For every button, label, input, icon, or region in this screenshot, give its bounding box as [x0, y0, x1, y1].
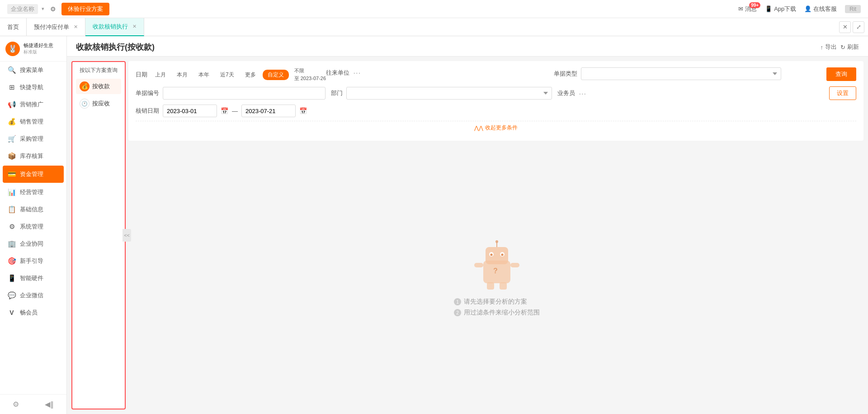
query-button[interactable]: 查询 — [826, 67, 856, 81]
inventory-icon: 📦 — [7, 152, 16, 160]
date-btn-7days[interactable]: 近7天 — [216, 70, 238, 80]
sidebar-item-search[interactable]: 🔍 搜索菜单 — [0, 62, 66, 79]
export-label: 导出 — [825, 43, 837, 51]
sidebar-item-guide[interactable]: 🎯 新手引导 — [0, 252, 66, 270]
sidebar-item-purchase[interactable]: 🛒 采购管理 — [0, 130, 66, 148]
filter-option-by-collection[interactable]: 💰 按收款 — [76, 79, 121, 94]
svg-point-5 — [501, 254, 504, 256]
refresh-button[interactable]: ↻ 刷新 — [840, 43, 859, 51]
page-header: 收款核销执行(按收款) ↑ 导出 ↻ 刷新 — [67, 36, 868, 57]
sidebar-label-hardware: 智能硬件 — [20, 274, 43, 282]
date-no-limit: 不限 — [294, 67, 326, 74]
date-filter: 上月 本月 本年 近7天 更多 自定义 — [151, 70, 289, 80]
voucher-type-select[interactable] — [581, 67, 782, 80]
settings-footer-btn[interactable]: ⚙ — [9, 398, 23, 410]
filter-main: 日期 上月 本月 本年 近7天 更多 自定义 不限 至 — [126, 57, 868, 414]
sidebar-label-member: 畅会员 — [20, 309, 38, 317]
top-bar: 企业名称 ▾ ⚙ 休验行业方案 ✉ 消息 99+ 📱 App下载 👤 在线客服 … — [0, 0, 868, 18]
tab-prepay[interactable]: 预付冲应付单 ✕ — [27, 18, 85, 36]
logo-text-block: 畅捷通好生意 标准版 — [24, 42, 53, 55]
filter-sidebar-collapse-btn[interactable]: << — [123, 229, 131, 242]
tab-close-btn[interactable]: ✕ — [839, 21, 851, 33]
sidebar-item-wechat[interactable]: 💬 企业微信 — [0, 287, 66, 304]
empty-illustration: ? — [470, 238, 524, 292]
filter-panel: 日期 上月 本月 本年 近7天 更多 自定义 不限 至 — [128, 61, 863, 141]
tab-collection[interactable]: 收款核销执行 ✕ — [85, 18, 144, 36]
date-btn-custom[interactable]: 自定义 — [263, 70, 289, 80]
dropdown-icon[interactable]: ▾ — [42, 6, 44, 12]
message-icon: ✉ — [738, 5, 743, 12]
sidebar-item-member[interactable]: V 畅会员 — [0, 304, 66, 321]
counterparty-field: 往来单位 ··· — [326, 67, 554, 78]
verify-date-start-calendar-icon[interactable]: 📅 — [221, 107, 228, 114]
gear-icon[interactable]: ⚙ — [48, 4, 58, 14]
refresh-label: 刷新 — [847, 43, 859, 51]
voucher-no-field: 单据编号 — [136, 87, 326, 100]
counterparty-dots[interactable]: ··· — [353, 67, 554, 78]
sidebar-item-enterprise[interactable]: 🏢 企业协同 — [0, 235, 66, 252]
sidebar-item-finance[interactable]: 💳 资金管理 — [3, 166, 64, 183]
step-1-num: 1 — [454, 298, 461, 305]
svg-rect-10 — [487, 282, 494, 290]
sidebar-item-system[interactable]: ⚙ 系统管理 — [0, 218, 66, 235]
content-area: 收款核销执行(按收款) ↑ 导出 ↻ 刷新 按以下方案查询 💰 — [67, 36, 868, 414]
tab-expand-btn[interactable]: ⤢ — [853, 21, 864, 33]
dept-select[interactable] — [346, 87, 552, 100]
verify-date-start-input[interactable] — [163, 105, 217, 117]
tab-home[interactable]: 首页 — [0, 18, 27, 36]
date-btn-more[interactable]: 更多 — [241, 70, 260, 80]
date-btn-this-month[interactable]: 本月 — [173, 70, 192, 80]
empty-text-item-2: 2 用过滤条件来缩小分析范围 — [454, 309, 540, 317]
tab-bar: 首页 预付冲应付单 ✕ 收款核销执行 ✕ ✕ ⤢ — [0, 18, 868, 36]
content-body: 按以下方案查询 💰 按收款 🕐 按应收 << — [67, 57, 868, 414]
svg-text:?: ? — [493, 267, 498, 275]
svg-point-7 — [495, 240, 498, 243]
finance-icon: 💳 — [7, 170, 16, 178]
sidebar-item-marketing[interactable]: 📢 营销推广 — [0, 96, 66, 113]
by-receivable-icon: 🕐 — [80, 99, 90, 109]
sidebar-item-sales[interactable]: 💰 销售管理 — [0, 113, 66, 130]
user-avatar[interactable]: Rit — [845, 5, 861, 13]
sidebar-item-basic[interactable]: 📋 基础信息 — [0, 201, 66, 218]
dept-field: 部门 — [331, 87, 552, 100]
sidebar-label-basic: 基础信息 — [20, 205, 43, 214]
sidebar-item-hardware[interactable]: 📱 智能硬件 — [0, 270, 66, 287]
verify-date-label: 核销日期 — [136, 107, 159, 115]
date-btn-last-month[interactable]: 上月 — [151, 70, 170, 80]
collapse-more-btn[interactable]: ⋀⋀ 收起更多条件 — [136, 121, 856, 134]
sidebar-label-search: 搜索菜单 — [20, 66, 43, 74]
tab-prepay-close[interactable]: ✕ — [74, 24, 78, 30]
verify-date-end-calendar-icon[interactable]: 📅 — [299, 107, 307, 114]
filter-sidebar: 按以下方案查询 💰 按收款 🕐 按应收 << — [71, 61, 126, 409]
filter-option-by-receivable[interactable]: 🕐 按应收 — [76, 96, 121, 111]
verify-date-end-input[interactable] — [241, 105, 296, 117]
sidebar-logo: 🐰 畅捷通好生意 标准版 — [0, 36, 66, 62]
messages-button[interactable]: ✉ 消息 99+ — [738, 5, 757, 13]
setting-button[interactable]: 设置 — [829, 86, 856, 100]
voucher-no-input[interactable] — [163, 87, 326, 100]
date-btn-this-year[interactable]: 本年 — [194, 70, 213, 80]
purchase-icon: 🛒 — [7, 135, 16, 143]
export-button[interactable]: ↑ 导出 — [821, 43, 837, 51]
svg-rect-11 — [500, 282, 507, 290]
collapse-sidebar-btn[interactable]: ◀‖ — [41, 398, 57, 410]
export-icon: ↑ — [821, 44, 824, 51]
brand-name: 企业名称 — [7, 4, 38, 14]
app-edition: 标准版 — [24, 49, 53, 55]
tab-collection-close[interactable]: ✕ — [132, 24, 137, 29]
sidebar-item-inventory[interactable]: 📦 库存核算 — [0, 148, 66, 165]
staff-dots[interactable]: ··· — [579, 88, 778, 99]
online-service-button[interactable]: 👤 在线客服 — [804, 5, 837, 13]
refresh-icon: ↻ — [840, 44, 845, 51]
sidebar-item-operations[interactable]: 📊 经营管理 — [0, 184, 66, 201]
operations-icon: 📊 — [7, 188, 16, 196]
hardware-icon: 📱 — [7, 274, 16, 282]
filter-row-2: 单据编号 部门 业务员 ··· 设置 — [136, 86, 856, 100]
voucher-type-field: 单据类型 — [554, 67, 782, 80]
solution-button[interactable]: 休验行业方案 — [61, 3, 109, 15]
sidebar-item-quick-nav[interactable]: ⊞ 快捷导航 — [0, 79, 66, 96]
app-download-button[interactable]: 📱 App下载 — [765, 5, 796, 13]
page-title: 收款核销执行(按收款) — [76, 42, 155, 52]
system-icon: ⚙ — [7, 223, 16, 231]
top-bar-left: 企业名称 ▾ ⚙ 休验行业方案 — [7, 3, 109, 15]
